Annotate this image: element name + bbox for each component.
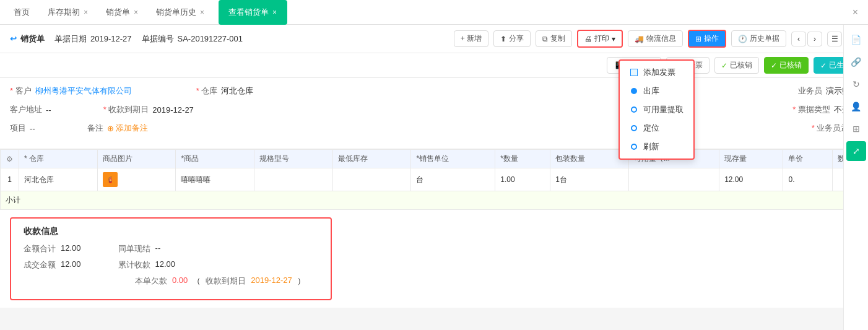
refresh-menu-icon [630, 142, 638, 151]
confirmed-button[interactable]: ✓ 已核销 [764, 57, 809, 74]
doc-number-meta: 单据编号 SA-20191227-001 [142, 33, 243, 45]
main-content: ↩ 销货单 单据日期 2019-12-27 单据编号 SA-20191227-0… [0, 25, 868, 308]
doc-type-icon: ↩ [10, 34, 17, 43]
row-qty: 1.00 [495, 168, 550, 191]
due-date-value: 2019-12-27 [251, 276, 292, 287]
col-unit-header: *销售单位 [411, 150, 495, 168]
row-warehouse: 河北仓库 [19, 168, 98, 191]
sidebar-table-icon[interactable]: ⊞ [846, 119, 866, 139]
print-dropdown-arrow[interactable]: ▾ [612, 35, 615, 43]
close-tab-inventory[interactable]: × [84, 8, 88, 17]
project-field: 项目 -- [10, 123, 35, 134]
row-unit: 台 [411, 168, 495, 191]
share-icon: ⬆ [500, 35, 506, 43]
nav-arrows: ‹ › [791, 32, 822, 46]
payment-date-value: 2019-12-27 [152, 105, 194, 115]
sidebar-user-icon[interactable]: 👤 [846, 97, 866, 116]
summary-row-2: 成交金额 12.00 累计收款 12.00 [24, 259, 318, 271]
same-order-value: -- [155, 243, 161, 254]
share-button[interactable]: ⬆ 分享 [493, 30, 531, 47]
next-button[interactable]: › [807, 32, 822, 46]
effective-icon: ✓ [820, 61, 827, 70]
close-tab-view-sales[interactable]: × [272, 8, 277, 17]
copy-button[interactable]: ⧉ 复制 [536, 30, 572, 47]
operations-dropdown: 添加发票 出库 可用量提取 定位 刷新 [618, 59, 695, 160]
subtotal-row: 小计 [1, 191, 868, 210]
cumulative-field: 累计收款 12.00 [118, 259, 176, 271]
total-amount-field: 金额合计 12.00 [24, 243, 81, 254]
verify-button[interactable]: ✓ 已核销 [714, 57, 759, 74]
tab-inventory-init[interactable]: 库存期初 × [39, 0, 97, 25]
doc-actions: + 新增 ⬆ 分享 ⧉ 复制 🖨 打印 ▾ 🚚 物流信息 [454, 30, 858, 48]
table-row: 1 河北仓库 🧯 嘻嘻嘻嘻 台 1.00 1台 12.00 0. [1, 168, 868, 191]
sidebar-expand-icon[interactable]: ⤢ [846, 141, 866, 161]
plus-icon: ⊕ [107, 124, 114, 133]
logistics-icon: 🚚 [635, 35, 644, 43]
summary-row-1: 金额合计 12.00 同单现结 -- [24, 243, 318, 254]
col-image-header: 商品图片 [97, 150, 176, 168]
operations-button[interactable]: ⊞ 操作 [688, 30, 726, 48]
product-table: ⚙ * 仓库 商品图片 *商品 规格型号 最低库存 *销售单位 *数量 包装数量… [0, 149, 868, 210]
sidebar-refresh-icon[interactable]: ↻ [846, 74, 866, 94]
window-close-button[interactable]: × [848, 7, 863, 18]
available-qty-item[interactable]: 可用量提取 [620, 100, 693, 119]
add-invoice-item[interactable]: 添加发票 [620, 63, 693, 82]
project-value: -- [30, 124, 35, 133]
available-icon [630, 105, 638, 114]
locate-item[interactable]: 定位 [620, 119, 693, 137]
tab-sales-history[interactable]: 销货单历史 × [147, 0, 214, 25]
owed-note: （ [193, 276, 201, 287]
document-header: ↩ 销货单 单据日期 2019-12-27 单据编号 SA-20191227-0… [0, 25, 868, 53]
subtotal-label: 小计 [1, 191, 868, 210]
add-note-button[interactable]: ⊕ 添加备注 [107, 123, 148, 134]
list-view-icon[interactable]: ☰ [827, 32, 842, 46]
customer-field: 客户 柳州粤港平安气体有限公司 [10, 85, 132, 97]
locate-icon [630, 124, 638, 132]
address-field: 客户地址 -- [10, 104, 51, 115]
logistics-button[interactable]: 🚚 物流信息 [628, 30, 683, 47]
close-tab-sales[interactable]: × [134, 8, 138, 17]
close-tab-sales-history[interactable]: × [200, 8, 204, 17]
row-spec [254, 168, 333, 191]
tab-home[interactable]: 首页 [5, 0, 39, 25]
prev-button[interactable]: ‹ [791, 32, 806, 46]
customer-value[interactable]: 柳州粤港平安气体有限公司 [35, 85, 132, 97]
invoice-icon [630, 68, 638, 77]
total-amount-value: 12.00 [61, 243, 81, 254]
refresh-item[interactable]: 刷新 [620, 137, 693, 156]
warehouse-field: 仓库 河北仓库 [196, 85, 254, 97]
tab-view-sales[interactable]: 查看销货单 × [219, 0, 287, 25]
gear-icon[interactable]: ⚙ [6, 155, 13, 163]
grid-icon: ⊞ [695, 35, 701, 43]
print-button[interactable]: 🖨 打印 ▾ [577, 30, 623, 48]
doc-type-label: 销货单 [20, 33, 45, 45]
new-button[interactable]: + 新增 [454, 30, 488, 47]
owed-note-close: ） [297, 276, 305, 287]
col-warehouse-header: * 仓库 [19, 150, 98, 168]
summary-box: 收款信息 金额合计 12.00 同单现结 -- 成交金额 12.00 [10, 217, 332, 300]
row-product: 嘻嘻嘻嘻 [176, 168, 254, 191]
outbound-item[interactable]: 出库 [620, 82, 693, 100]
doc-date-meta: 单据日期 2019-12-27 [54, 33, 132, 45]
col-product-header: *商品 [176, 150, 254, 168]
col-stock-header: 现存量 [719, 150, 783, 168]
row-image: 🧯 [97, 168, 176, 191]
row-index: 1 [1, 168, 19, 191]
tab-sales[interactable]: 销货单 × [97, 0, 147, 25]
product-table-wrapper: ⚙ * 仓库 商品图片 *商品 规格型号 最低库存 *销售单位 *数量 包装数量… [0, 149, 868, 210]
confirmed-icon: ✓ [771, 61, 777, 70]
row-min-stock [332, 168, 411, 191]
toolbar-row: 📱 来自手机 未开票 ✓ 已核销 ✓ 已核销 ✓ 已生效 [0, 53, 868, 78]
deal-amount-field: 成交金额 12.00 [24, 259, 81, 271]
bottom-area: 收款信息 金额合计 12.00 同单现结 -- 成交金额 12.00 [0, 210, 868, 308]
history-button[interactable]: 🕐 历史单据 [731, 30, 786, 47]
form-row-3: 项目 -- 备注 ⊕ 添加备注 业务员孟 -- [10, 123, 858, 134]
row-pkg-qty: 1台 [550, 168, 629, 191]
print-icon: 🖨 [584, 35, 592, 43]
form-row-1: 客户 柳州粤港平安气体有限公司 仓库 河北仓库 业务员 演示账号 [10, 85, 858, 97]
sidebar-doc-icon[interactable]: 📄 [846, 30, 866, 50]
verify-icon: ✓ [721, 61, 727, 70]
col-config[interactable]: ⚙ [1, 150, 19, 168]
product-image: 🧯 [103, 172, 118, 187]
sidebar-link-icon[interactable]: 🔗 [846, 52, 866, 72]
